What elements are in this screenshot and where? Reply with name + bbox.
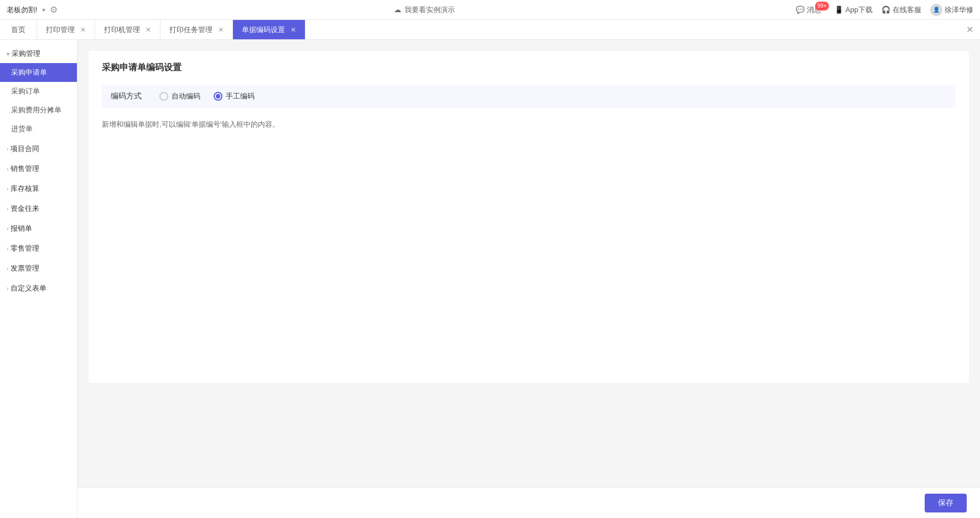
sidebar-group-inventory: › 库存核算 <box>0 179 77 198</box>
sidebar-group-custom-forms: › 自定义表单 <box>0 279 77 298</box>
sidebar-group-capital-label: 资金往来 <box>11 204 39 214</box>
service-label: 在线客服 <box>893 5 921 15</box>
sidebar-item-purchase-expense-label: 采购费用分摊单 <box>11 106 61 114</box>
avatar: 👤 <box>930 4 942 16</box>
headset-icon: 🎧 <box>882 6 890 14</box>
sidebar-group-retail: › 零售管理 <box>0 239 77 258</box>
top-bar: 老板勿割! ▾ ⚙ ☁ 我要看实例演示 💬 消息 99+ 📱 App下载 🎧 在… <box>0 0 980 20</box>
dropdown-arrow-icon[interactable]: ▾ <box>42 6 45 14</box>
sidebar: ▾ 采购管理 采购申请单 采购订单 采购费用分摊单 进货单 › 项目合同 <box>0 40 77 518</box>
page-title: 采购申请单编码设置 <box>102 62 956 74</box>
sidebar-item-purchase-expense[interactable]: 采购费用分摊单 <box>0 101 77 120</box>
sidebar-group-purchase: ▾ 采购管理 采购申请单 采购订单 采购费用分摊单 进货单 <box>0 44 77 138</box>
tab-bar: 首页 打印管理 ✕ 打印机管理 ✕ 打印任务管理 ✕ 单据编码设置 ✕ ✕ <box>0 20 980 40</box>
main-layout: ▾ 采购管理 采购申请单 采购订单 采购费用分摊单 进货单 › 项目合同 <box>0 40 980 518</box>
app-download-button[interactable]: 📱 App下载 <box>834 5 873 15</box>
content-area: 采购申请单编码设置 编码方式 自动编码 手工编码 <box>77 40 980 518</box>
radio-group: 自动编码 手工编码 <box>159 91 255 101</box>
sidebar-group-inventory-label: 库存核算 <box>11 184 39 194</box>
tab-printer-mgmt[interactable]: 打印机管理 ✕ <box>95 20 160 39</box>
sidebar-group-custom-forms-label: 自定义表单 <box>11 283 46 293</box>
chevron-right-icon-6: › <box>7 246 8 252</box>
sidebar-group-inventory-header[interactable]: › 库存核算 <box>0 179 77 198</box>
sidebar-group-project-header[interactable]: › 项目合同 <box>0 139 77 158</box>
demo-link[interactable]: 我要看实例演示 <box>405 5 455 15</box>
tab-single-code-label: 单据编码设置 <box>242 25 285 35</box>
chevron-right-icon-4: › <box>7 206 8 212</box>
tab-print-mgmt-label: 打印管理 <box>46 25 75 35</box>
tab-print-mgmt[interactable]: 打印管理 ✕ <box>37 20 95 39</box>
save-button[interactable]: 保存 <box>925 494 967 512</box>
settings-icon[interactable]: ⚙ <box>50 4 58 15</box>
chat-icon: 💬 <box>796 6 805 14</box>
chevron-right-icon: › <box>7 146 8 152</box>
tab-bar-end: ✕ <box>966 20 980 39</box>
sidebar-item-purchase-receipt-label: 进货单 <box>11 125 33 133</box>
sidebar-group-sales-label: 销售管理 <box>11 164 39 174</box>
sidebar-item-purchase-order-label: 采购订单 <box>11 87 40 95</box>
sidebar-group-returns-header[interactable]: › 报销单 <box>0 219 77 238</box>
page-card: 采购申请单编码设置 编码方式 自动编码 手工编码 <box>89 51 969 383</box>
encoding-label: 编码方式 <box>111 91 142 101</box>
tab-print-task-close[interactable]: ✕ <box>218 26 224 34</box>
tab-print-task[interactable]: 打印任务管理 ✕ <box>160 20 233 39</box>
tab-single-code-close[interactable]: ✕ <box>291 26 296 34</box>
radio-manual-encoding[interactable]: 手工编码 <box>214 91 255 101</box>
sidebar-group-purchase-label: 采购管理 <box>12 49 40 59</box>
message-button[interactable]: 💬 消息 99+ <box>791 5 826 15</box>
bottom-bar: 保存 <box>77 487 980 518</box>
description-text: 新增和编辑单据时,可以编辑'单据编号'输入框中的内容。 <box>102 119 956 131</box>
radio-manual-circle <box>214 92 222 101</box>
encoding-row: 编码方式 自动编码 手工编码 <box>102 85 956 108</box>
radio-auto-circle <box>159 92 168 101</box>
tab-printer-mgmt-close[interactable]: ✕ <box>146 26 151 34</box>
sidebar-group-custom-forms-header[interactable]: › 自定义表单 <box>0 279 77 298</box>
chevron-right-icon-3: › <box>7 186 8 192</box>
sidebar-item-purchase-receipt[interactable]: 进货单 <box>0 120 77 138</box>
app-label: App下载 <box>846 5 873 15</box>
sidebar-group-purchase-header[interactable]: ▾ 采购管理 <box>0 44 77 63</box>
app-icon: 📱 <box>834 6 843 14</box>
sidebar-group-sales: › 销售管理 <box>0 159 77 178</box>
sidebar-group-project-label: 项目合同 <box>11 144 39 154</box>
content-inner: 采购申请单编码设置 编码方式 自动编码 手工编码 <box>77 40 980 487</box>
message-badge: 99+ <box>815 2 829 11</box>
top-bar-left: 老板勿割! ▾ ⚙ <box>7 4 58 15</box>
top-bar-right: 💬 消息 99+ 📱 App下载 🎧 在线客服 👤 徐泽华修 <box>791 4 973 16</box>
tab-printer-mgmt-label: 打印机管理 <box>104 25 140 35</box>
chevron-right-icon-8: › <box>7 286 8 292</box>
top-bar-center: ☁ 我要看实例演示 <box>394 5 455 15</box>
sidebar-group-invoice-label: 发票管理 <box>11 263 39 273</box>
sidebar-group-returns: › 报销单 <box>0 219 77 238</box>
sidebar-group-sales-header[interactable]: › 销售管理 <box>0 159 77 178</box>
sidebar-group-capital-header[interactable]: › 资金往来 <box>0 199 77 218</box>
tab-print-task-label: 打印任务管理 <box>169 25 212 35</box>
tab-single-code[interactable]: 单据编码设置 ✕ <box>233 20 305 39</box>
sidebar-item-purchase-order[interactable]: 采购订单 <box>0 82 77 101</box>
user-info[interactable]: 👤 徐泽华修 <box>930 4 973 16</box>
sidebar-group-invoice-header[interactable]: › 发票管理 <box>0 259 77 278</box>
radio-auto-label: 自动编码 <box>172 91 200 101</box>
sidebar-group-capital: › 资金往来 <box>0 199 77 218</box>
sidebar-group-project: › 项目合同 <box>0 139 77 158</box>
tab-print-mgmt-close[interactable]: ✕ <box>80 26 86 34</box>
logo-text: 老板勿割! <box>7 5 38 15</box>
sidebar-group-returns-label: 报销单 <box>11 224 32 234</box>
tab-home[interactable]: 首页 <box>0 20 37 39</box>
chevron-down-icon: ▾ <box>7 51 9 57</box>
chevron-right-icon-2: › <box>7 166 8 172</box>
radio-manual-label: 手工编码 <box>226 91 255 101</box>
window-close-icon[interactable]: ✕ <box>966 24 973 35</box>
sidebar-group-invoice: › 发票管理 <box>0 259 77 278</box>
tab-home-label: 首页 <box>11 25 25 35</box>
online-service-button[interactable]: 🎧 在线客服 <box>882 5 921 15</box>
sidebar-group-retail-header[interactable]: › 零售管理 <box>0 239 77 258</box>
sidebar-group-retail-label: 零售管理 <box>11 244 39 253</box>
radio-auto-encoding[interactable]: 自动编码 <box>159 91 200 101</box>
user-name: 徐泽华修 <box>945 5 973 15</box>
chevron-right-icon-5: › <box>7 226 8 232</box>
cloud-icon: ☁ <box>394 6 401 14</box>
chevron-right-icon-7: › <box>7 266 8 272</box>
sidebar-item-purchase-request-label: 采购申请单 <box>11 68 47 76</box>
sidebar-item-purchase-request[interactable]: 采购申请单 <box>0 63 77 82</box>
